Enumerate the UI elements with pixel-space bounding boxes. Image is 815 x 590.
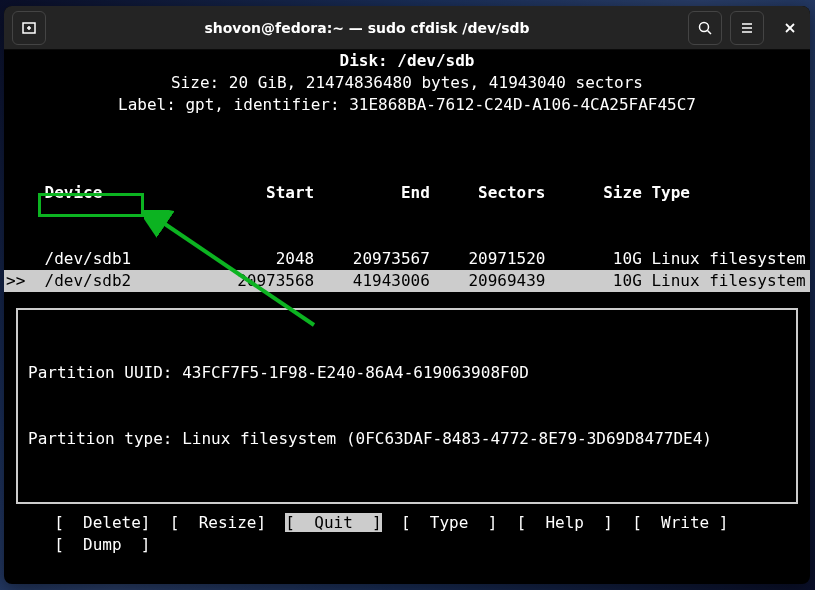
menu-dump[interactable]: [ Dump ]	[54, 535, 150, 554]
table-row[interactable]: >> /dev/sdb2 20973568 41943006 20969439 …	[4, 270, 810, 292]
svg-point-3	[700, 22, 709, 31]
disk-line: Disk: /dev/sdb	[4, 50, 810, 72]
menu-type[interactable]: [ Type ]	[401, 513, 497, 532]
hamburger-icon	[739, 20, 755, 36]
menu-help[interactable]: [ Help ]	[517, 513, 613, 532]
titlebar-right	[688, 11, 802, 45]
close-icon	[782, 20, 798, 36]
label-line: Label: gpt, identifier: 31E868BA-7612-C2…	[4, 94, 810, 116]
table-row[interactable]: /dev/sdb1 2048 20973567 20971520 10G Lin…	[4, 248, 810, 270]
size-line: Size: 20 GiB, 21474836480 bytes, 4194304…	[4, 72, 810, 94]
titlebar: shovon@fedora:~ — sudo cfdisk /dev/sdb	[4, 6, 810, 50]
window-title: shovon@fedora:~ — sudo cfdisk /dev/sdb	[46, 20, 688, 36]
new-tab-icon	[21, 20, 37, 36]
search-icon	[697, 20, 713, 36]
menu-resize[interactable]: [ Resize]	[170, 513, 266, 532]
new-tab-button[interactable]	[12, 11, 46, 45]
partition-type: Partition type: Linux filesystem (0FC63D…	[28, 428, 786, 450]
table-header: Device Start End Sectors Size Type	[4, 182, 810, 204]
svg-line-4	[708, 30, 712, 34]
menu-delete[interactable]: [ Delete]	[54, 513, 150, 532]
close-button[interactable]	[778, 16, 802, 40]
info-box: Partition UUID: 43FCF7F5-1F98-E240-86A4-…	[16, 308, 798, 504]
menu-write[interactable]: [ Write ]	[632, 513, 728, 532]
partition-uuid: Partition UUID: 43FCF7F5-1F98-E240-86A4-…	[28, 362, 786, 384]
menu-quit[interactable]: [ Quit ]	[285, 513, 381, 532]
menu-bar: [ Delete] [ Resize] [ Quit ] [ Type ] [ …	[4, 512, 810, 556]
menu-button[interactable]	[730, 11, 764, 45]
terminal-body[interactable]: Disk: /dev/sdb Size: 20 GiB, 21474836480…	[4, 50, 810, 584]
search-button[interactable]	[688, 11, 722, 45]
terminal-window: shovon@fedora:~ — sudo cfdisk /dev/sdb	[4, 6, 810, 584]
partition-table: Device Start End Sectors Size Type /dev/…	[4, 138, 810, 336]
